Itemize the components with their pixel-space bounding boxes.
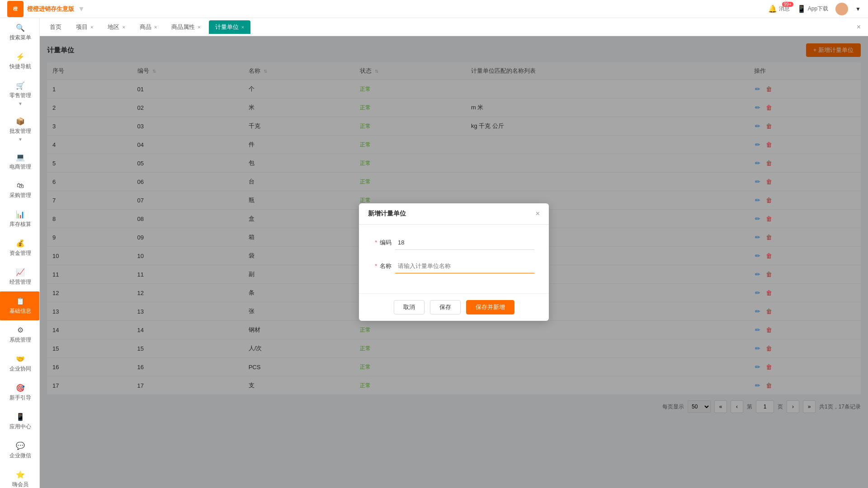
cancel-button[interactable]: 取消 — [394, 300, 425, 314]
tab-region-label: 地区 — [108, 23, 119, 31]
operations-icon: 📈 — [16, 268, 25, 277]
sidebar-item-system[interactable]: ⚙ 系统管理 — [0, 320, 39, 349]
page-content: 计量单位 + 新增计量单位 序号 编号 ⇅ 名称 ⇅ 状态 ⇅ 计量单位匹配的名… — [40, 36, 868, 488]
modal-header: 新增计量单位 × — [359, 203, 549, 225]
name-label: * 名称 — [373, 262, 392, 270]
close-icon[interactable]: × — [154, 24, 157, 30]
tab-region[interactable]: 地区 × — [101, 20, 131, 34]
close-icon[interactable]: × — [198, 24, 200, 30]
sidebar-item-label: 资金管理 — [9, 249, 31, 257]
sidebar-item-label: 采购管理 — [9, 192, 31, 199]
sidebar-item-operations[interactable]: 📈 经营管理 — [0, 263, 39, 291]
tab-product-label: 商品 — [140, 23, 151, 31]
sidebar-item-finance[interactable]: 💰 资金管理 — [0, 234, 39, 263]
sidebar-item-label: 嗨会员 — [12, 481, 28, 488]
sidebar-item-label: 搜索菜单 — [9, 34, 31, 42]
sidebar-item-newbie[interactable]: 🎯 新手引导 — [0, 378, 39, 407]
required-star: * — [375, 263, 377, 269]
search-icon: 🔍 — [16, 23, 25, 32]
message-button[interactable]: 🔔 消息 99+ — [768, 5, 790, 13]
chevron-down-icon[interactable]: ▼ — [78, 5, 85, 13]
code-label: * 编码 — [373, 239, 392, 247]
tab-bar: 首页 项目 × 地区 × 商品 × 商品属性 × 计量单位 × — [40, 18, 868, 36]
close-icon[interactable]: × — [241, 24, 244, 30]
save-and-new-button[interactable]: 保存并新增 — [466, 300, 514, 314]
sidebar-item-label: 企业协同 — [9, 365, 31, 373]
finance-icon: 💰 — [16, 239, 25, 248]
tab-measure-unit-label: 计量单位 — [215, 23, 239, 31]
tab-product-attr[interactable]: 商品属性 × — [165, 20, 207, 34]
sidebar-item-label: 应用中心 — [9, 423, 31, 431]
form-row-code: * 编码 — [373, 235, 534, 250]
save-button[interactable]: 保存 — [430, 300, 461, 314]
app-download-label: App下载 — [808, 5, 828, 13]
tab-product[interactable]: 商品 × — [133, 20, 163, 34]
app-center-icon: 📱 — [16, 413, 25, 421]
user-dropdown[interactable]: ▼ — [855, 6, 861, 12]
required-star: * — [375, 239, 377, 246]
chevron-down-icon: ▼ — [18, 101, 23, 106]
close-all-icon[interactable]: × — [853, 21, 864, 33]
tab-bar-close-button[interactable]: × — [853, 23, 864, 31]
top-header: 橙 橙橙进销存生意版 ▼ 🔔 消息 99+ 📱 App下载 ▼ — [0, 0, 868, 18]
sidebar-item-quick-nav[interactable]: ⚡ 快捷导航 — [0, 47, 39, 76]
form-row-name: * 名称 — [373, 259, 534, 273]
sidebar-item-app-center[interactable]: 📱 应用中心 — [0, 407, 39, 436]
tab-measure-unit[interactable]: 计量单位 × — [209, 20, 250, 34]
close-icon[interactable]: × — [90, 24, 93, 30]
sidebar-item-ecommerce[interactable]: 💻 电商管理 — [0, 147, 39, 176]
tab-project[interactable]: 项目 × — [70, 20, 99, 34]
modal-add-measure-unit: 新增计量单位 × * 编码 * — [359, 203, 549, 321]
sidebar-item-label: 系统管理 — [9, 336, 31, 344]
modal-title: 新增计量单位 — [368, 210, 406, 218]
sidebar-item-search-menu[interactable]: 🔍 搜索菜单 — [0, 18, 39, 47]
sidebar-item-enterprise[interactable]: 💬 企业微信 — [0, 436, 39, 465]
sidebar-item-basic-info[interactable]: 📋 基础信息 — [0, 291, 39, 320]
logo-text: 橙橙进销存生意版 — [27, 5, 74, 13]
system-icon: ⚙ — [17, 326, 24, 334]
modal-close-button[interactable]: × — [536, 210, 540, 218]
name-input[interactable] — [395, 259, 534, 273]
tab-product-attr-label: 商品属性 — [171, 23, 195, 31]
retail-icon: 🛒 — [16, 81, 25, 90]
wholesale-icon: 📦 — [16, 117, 25, 126]
basic-info-icon: 📋 — [16, 297, 25, 305]
enterprise-icon: 💬 — [16, 441, 25, 450]
sidebar-item-label: 批发管理 — [9, 127, 31, 135]
sidebar-item-member[interactable]: ⭐ 嗨会员 — [0, 465, 39, 488]
sidebar-item-retail[interactable]: 🛒 零售管理 ▼ — [0, 76, 39, 112]
inventory-icon: 📊 — [16, 210, 25, 219]
sidebar-item-label: 电商管理 — [9, 163, 31, 171]
header-right: 🔔 消息 99+ 📱 App下载 ▼ — [768, 3, 861, 15]
sidebar: 🔍 搜索菜单 ⚡ 快捷导航 🛒 零售管理 ▼ 📦 批发管理 ▼ 💻 电商管理 🛍… — [0, 18, 40, 488]
modal-footer: 取消 保存 保存并新增 — [359, 293, 549, 321]
sidebar-item-label: 新手引导 — [9, 394, 31, 402]
message-badge: 99+ — [782, 2, 793, 7]
partner-icon: 🤝 — [16, 355, 25, 363]
close-icon[interactable]: × — [122, 24, 125, 30]
content-area: 首页 项目 × 地区 × 商品 × 商品属性 × 计量单位 × — [40, 18, 868, 488]
purchase-icon: 🛍 — [17, 182, 24, 190]
sidebar-item-label: 基础信息 — [9, 307, 31, 315]
logo-area: 橙 橙橙进销存生意版 ▼ — [7, 1, 85, 17]
code-input[interactable] — [395, 235, 534, 250]
tab-home-label: 首页 — [50, 23, 61, 31]
main-layout: 🔍 搜索菜单 ⚡ 快捷导航 🛒 零售管理 ▼ 📦 批发管理 ▼ 💻 电商管理 🛍… — [0, 18, 868, 488]
modal-overlay: 新增计量单位 × * 编码 * — [40, 36, 868, 488]
sidebar-item-label: 企业微信 — [9, 452, 31, 460]
newbie-icon: 🎯 — [16, 384, 25, 392]
tab-project-label: 项目 — [76, 23, 88, 31]
dropdown-arrow: ▼ — [855, 6, 861, 12]
logo-icon: 橙 — [7, 1, 24, 17]
sidebar-item-label: 库存核算 — [9, 221, 31, 228]
sidebar-item-partner[interactable]: 🤝 企业协同 — [0, 349, 39, 378]
chevron-down-icon: ▼ — [18, 137, 23, 142]
sidebar-item-inventory[interactable]: 📊 库存核算 — [0, 205, 39, 234]
sidebar-item-purchase[interactable]: 🛍 采购管理 — [0, 176, 39, 205]
sidebar-item-label: 零售管理 — [9, 92, 31, 99]
avatar[interactable] — [835, 3, 848, 15]
sidebar-item-wholesale[interactable]: 📦 批发管理 ▼ — [0, 112, 39, 147]
modal-body: * 编码 * 名称 — [359, 225, 549, 293]
app-download-button[interactable]: 📱 App下载 — [797, 5, 828, 13]
tab-home[interactable]: 首页 — [43, 20, 68, 34]
